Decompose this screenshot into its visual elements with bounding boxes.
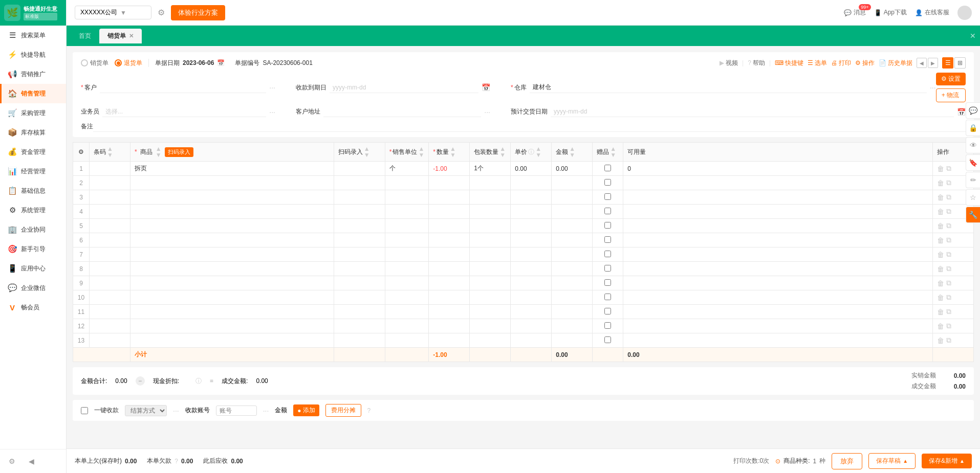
shortcut-btn[interactable]: ⌨ 快捷键 [775,59,803,67]
sidebar-item-purchase-mgmt[interactable]: 🛒 采购管理 [0,103,66,123]
row-qty-3[interactable] [429,190,470,205]
copy-icon-4[interactable]: ⧉ [946,207,951,216]
row-unit-6[interactable] [385,233,429,247]
row-product-11[interactable] [130,305,334,319]
radio-sales[interactable]: 销货单 [81,59,108,67]
copy-icon-5[interactable]: ⧉ [946,221,951,230]
row-amount-2[interactable] [552,176,593,190]
row-price-12[interactable] [511,319,552,333]
row-amount-3[interactable] [552,190,593,205]
th-unit-sort[interactable]: ▲▼ [418,146,424,158]
th-gift-sort[interactable]: ▲▼ [610,146,616,158]
row-product-1[interactable]: 拆页 [130,162,334,176]
row-pkg-8[interactable] [470,262,511,276]
row-price-6[interactable] [511,233,552,247]
table-scroll[interactable]: ⚙ 条码 ▲▼ *商品 ▲▼ [73,142,974,362]
th-spec-sort[interactable]: ▲▼ [364,146,370,158]
address-dots[interactable]: ··· [484,108,490,116]
row-qty-10[interactable] [429,290,470,305]
close-all-icon[interactable]: ✕ [970,32,976,40]
row-price-5[interactable] [511,219,552,233]
row-pkg-7[interactable] [470,247,511,262]
delete-icon-12[interactable]: 🗑 [937,322,944,330]
row-amount-4[interactable] [552,205,593,219]
row-product-4[interactable] [130,205,334,219]
row-product-6[interactable] [130,233,334,247]
th-pkg-sort[interactable]: ▲▼ [499,146,506,158]
row-qty-2[interactable] [429,176,470,190]
setup-button[interactable]: ⚙ 设置 [936,73,966,85]
sidebar-item-system[interactable]: ⚙ 系统管理 [0,200,66,220]
row-product-10[interactable] [130,290,334,305]
row-product-3[interactable] [130,190,334,205]
row-pkg-2[interactable] [470,176,511,190]
view-grid-btn[interactable]: ⊞ [954,57,966,69]
row-spec-6[interactable] [334,233,385,247]
expected-delivery-input[interactable] [551,106,954,117]
delete-icon-8[interactable]: 🗑 [937,265,944,273]
delete-icon-13[interactable]: 🗑 [937,336,944,345]
row-gift-12[interactable] [593,319,623,333]
row-pkg-13[interactable] [470,333,511,348]
row-gift-7[interactable] [593,247,623,262]
row-barcode-8[interactable] [90,262,130,276]
row-gift-3[interactable] [593,190,623,205]
copy-icon-3[interactable]: ⧉ [946,193,951,201]
row-unit-4[interactable] [385,205,429,219]
sidebar-item-guide[interactable]: 🎯 新手引导 [0,239,66,259]
right-panel-comment-icon[interactable]: 💬 [966,102,980,119]
row-amount-6[interactable] [552,233,593,247]
account-dots[interactable]: ··· [263,407,269,415]
company-select[interactable]: XXXXXX公司 ▼ [75,6,151,19]
view-list-btn[interactable]: ☰ [942,57,953,69]
customer-input[interactable] [100,82,267,93]
copy-icon-7[interactable]: ⧉ [946,250,951,259]
help-info-icon[interactable]: ⓘ [195,377,202,386]
save-new-button[interactable]: 保存&新增 ▲ [922,454,972,468]
right-panel-action-icon[interactable]: 🔧 [966,207,980,223]
copy-icon-8[interactable]: ⧉ [946,264,951,273]
row-barcode-2[interactable] [90,176,130,190]
row-qty-9[interactable] [429,276,470,290]
price-info-icon[interactable]: ⓘ [528,148,534,156]
row-pkg-10[interactable] [470,290,511,305]
row-product-13[interactable] [130,333,334,348]
delete-icon-1[interactable]: 🗑 [937,165,944,173]
row-spec-12[interactable] [334,319,385,333]
delete-icon-10[interactable]: 🗑 [937,294,944,302]
settlement-dots[interactable]: ··· [173,407,179,415]
sidebar-item-operations[interactable]: 📊 经营管理 [0,162,66,181]
row-barcode-13[interactable] [90,333,130,348]
row-pkg-4[interactable] [470,205,511,219]
online-service-item[interactable]: 👤 在线客服 [915,8,949,17]
th-product-sort[interactable]: ▲▼ [156,146,162,158]
row-qty-13[interactable] [429,333,470,348]
row-pkg-1[interactable]: 1个 [470,162,511,176]
copy-icon-6[interactable]: ⧉ [946,236,951,244]
row-qty-7[interactable] [429,247,470,262]
row-qty-12[interactable] [429,319,470,333]
row-price-9[interactable] [511,276,552,290]
row-qty-4[interactable] [429,205,470,219]
row-barcode-1[interactable] [90,162,130,176]
row-amount-13[interactable] [552,333,593,348]
delete-icon-6[interactable]: 🗑 [937,236,944,244]
row-pkg-5[interactable] [470,219,511,233]
customer-dots[interactable]: ··· [269,83,275,92]
row-amount-12[interactable] [552,319,593,333]
row-product-9[interactable] [130,276,334,290]
row-product-12[interactable] [130,319,334,333]
row-amount-7[interactable] [552,247,593,262]
row-barcode-12[interactable] [90,319,130,333]
row-pkg-11[interactable] [470,305,511,319]
right-panel-eye-icon[interactable]: 👁 [966,137,980,153]
video-btn[interactable]: ▶ 视频 [720,59,738,67]
row-product-2[interactable] [130,176,334,190]
row-qty-5[interactable] [429,219,470,233]
abandon-button[interactable]: 放弃 [832,453,862,469]
row-barcode-6[interactable] [90,233,130,247]
row-pkg-12[interactable] [470,319,511,333]
row-barcode-5[interactable] [90,219,130,233]
row-amount-10[interactable] [552,290,593,305]
right-panel-star-icon[interactable]: ☆ [966,189,980,206]
